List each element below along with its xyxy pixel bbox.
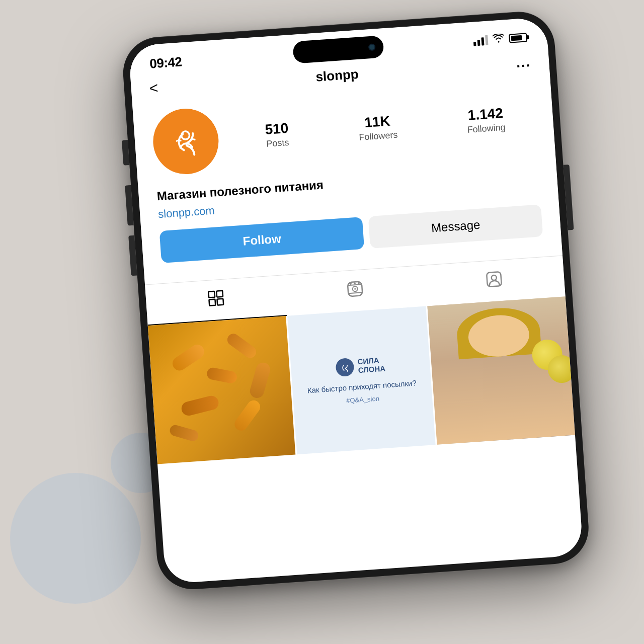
grid-post-2[interactable]: СИЛАСЛОНА Как быстро приходят посылки? #… bbox=[287, 306, 435, 454]
svg-point-11 bbox=[354, 282, 356, 284]
camera-dot bbox=[368, 43, 376, 51]
follow-button[interactable]: Follow bbox=[159, 217, 365, 263]
following-label: Following bbox=[467, 122, 506, 135]
reels-icon bbox=[347, 280, 364, 301]
followers-stat[interactable]: 11K Followers bbox=[358, 113, 398, 142]
back-button[interactable]: < bbox=[149, 79, 159, 97]
followers-label: Followers bbox=[359, 129, 398, 142]
avatar[interactable] bbox=[151, 107, 221, 177]
profile-username: slonpp bbox=[315, 66, 359, 85]
svg-rect-3 bbox=[209, 299, 215, 306]
grid-post-1[interactable] bbox=[148, 316, 296, 464]
capsule-image bbox=[148, 316, 296, 464]
svg-line-8 bbox=[348, 285, 362, 286]
grid-post-3[interactable] bbox=[427, 296, 575, 444]
tagged-icon bbox=[486, 271, 503, 291]
screen: 09:42 bbox=[128, 17, 584, 584]
phone-body: 09:42 bbox=[121, 10, 591, 592]
decorative-circle-large bbox=[10, 473, 141, 604]
svg-rect-2 bbox=[216, 291, 223, 297]
message-button[interactable]: Message bbox=[368, 204, 543, 249]
svg-point-14 bbox=[492, 275, 497, 281]
svg-rect-1 bbox=[208, 291, 215, 298]
grid-icon bbox=[207, 290, 225, 310]
ad-logo: СИЛАСЛОНА bbox=[335, 355, 386, 377]
wifi-icon bbox=[493, 33, 505, 45]
svg-point-7 bbox=[354, 288, 356, 290]
avatar-logo bbox=[165, 120, 207, 163]
phone-wrapper: 09:42 bbox=[121, 10, 591, 592]
ad-brand-first: СИЛАСЛОНА bbox=[357, 356, 385, 375]
ad-hashtag: #Q&A_slon bbox=[346, 394, 380, 405]
signal-icon bbox=[473, 35, 488, 46]
posts-count: 510 bbox=[265, 121, 289, 136]
svg-rect-4 bbox=[217, 299, 223, 305]
posts-grid: СИЛАСЛОНА Как быстро приходят посылки? #… bbox=[148, 296, 575, 464]
posts-stat[interactable]: 510 Posts bbox=[265, 121, 290, 149]
mute-button[interactable] bbox=[122, 140, 129, 166]
following-stat[interactable]: 1.142 Following bbox=[466, 106, 506, 135]
girl-image bbox=[427, 296, 575, 444]
following-count: 1.142 bbox=[467, 106, 504, 123]
status-icons bbox=[473, 32, 527, 47]
battery-icon bbox=[509, 33, 527, 43]
scene: 09:42 bbox=[0, 0, 644, 644]
ad-question-text: Как быстро приходят посылки? bbox=[307, 377, 417, 395]
ad-logo-icon bbox=[335, 358, 354, 377]
more-options-button[interactable]: ... bbox=[516, 54, 532, 71]
status-time: 09:42 bbox=[149, 54, 182, 71]
stats-row: 510 Posts 11K Followers 1.142 Following bbox=[234, 104, 535, 151]
followers-count: 11K bbox=[364, 114, 390, 130]
profile-section: 510 Posts 11K Followers 1.142 Following bbox=[132, 75, 562, 284]
svg-line-9 bbox=[348, 293, 362, 294]
posts-label: Posts bbox=[266, 137, 289, 149]
